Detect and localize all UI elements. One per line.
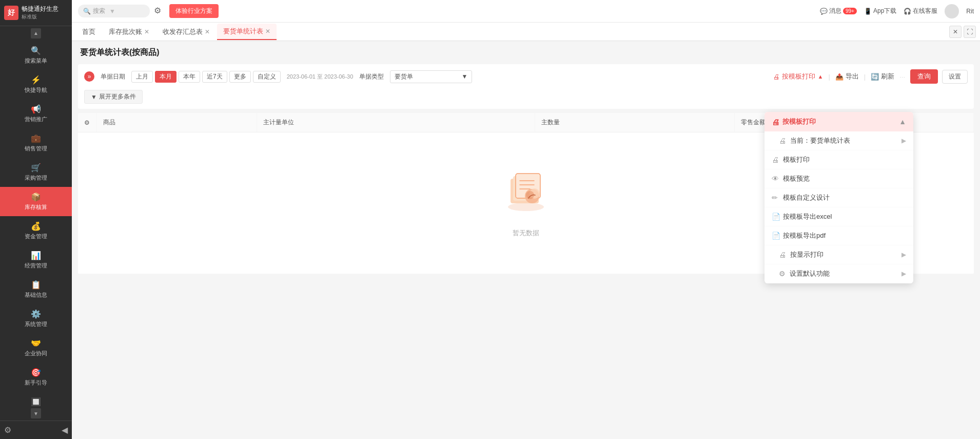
date-btn-last-month[interactable]: 上月 xyxy=(131,71,153,83)
basic-icon: 📋 xyxy=(31,280,41,290)
filter-expand-btn[interactable]: » xyxy=(84,71,94,82)
dropdown-set-default[interactable]: ⚙ 设置默认功能 ▶ xyxy=(765,264,913,283)
download-icon: 📱 xyxy=(864,8,872,15)
message-badge: 99+ xyxy=(843,8,857,14)
app-version: 标准版 xyxy=(22,13,58,21)
col-product: 商品 xyxy=(96,113,257,132)
content-area: 要货单统计表(按商品) » 单据日期 上月 本月 本年 近7天 更多 自定义 2… xyxy=(72,41,980,439)
dropdown-template-design[interactable]: ✏ 模板自定义设计 xyxy=(765,188,913,207)
export-btn[interactable]: 📤 导出 xyxy=(835,72,859,81)
dropdown-display-print[interactable]: 🖨 按显示打印 ▶ xyxy=(765,245,913,264)
print-icon: 🖨 xyxy=(773,73,780,81)
svg-point-0 xyxy=(508,203,544,211)
tab-collection-summary-close[interactable]: ✕ xyxy=(205,28,210,35)
sidebar-item-label: 库存核算 xyxy=(25,203,47,211)
header-actions: 💬 消息 99+ 📱 App下载 🎧 在线客服 Rit xyxy=(820,4,974,18)
export-label: 导出 xyxy=(846,72,859,81)
template-preview-icon: 👁 xyxy=(772,175,779,183)
bill-type-select[interactable]: 要货单 ▼ xyxy=(390,70,472,83)
set-default-icon: ⚙ xyxy=(779,270,786,278)
dropdown-template-print[interactable]: 🖨 模板打印 xyxy=(765,150,913,169)
sidebar-item-marketing[interactable]: 📢 营销推广 xyxy=(0,99,72,128)
filter-card: » 单据日期 上月 本月 本年 近7天 更多 自定义 2023-06-01 至 … xyxy=(78,64,974,109)
tab-order-stats[interactable]: 要货单统计表 ✕ xyxy=(217,24,277,40)
scroll-down-btn[interactable]: ▼ xyxy=(31,408,41,418)
refresh-btn[interactable]: 🔄 刷新 xyxy=(871,72,894,81)
search-placeholder: 搜索 xyxy=(93,7,105,15)
col-settings[interactable]: ⚙ xyxy=(78,113,96,132)
divider1: | xyxy=(828,73,830,81)
empty-icon xyxy=(500,168,552,222)
sidebar-item-sales[interactable]: 💼 销售管理 xyxy=(0,128,72,158)
user-avatar[interactable] xyxy=(945,4,959,18)
sidebar-item-quicknav[interactable]: ⚡ 快捷导航 xyxy=(0,70,72,99)
logo-icon: 好 xyxy=(4,6,18,20)
tab-order-stats-label: 要货单统计表 xyxy=(223,27,263,36)
date-btn-more[interactable]: 更多 xyxy=(229,71,251,83)
date-btn-this-month[interactable]: 本月 xyxy=(155,71,177,83)
date-btn-this-year[interactable]: 本年 xyxy=(179,71,200,83)
template-pdf-icon: 📄 xyxy=(772,232,780,240)
date-btn-7days[interactable]: 近7天 xyxy=(202,71,227,83)
app-download-btn[interactable]: 📱 App下载 xyxy=(864,7,896,15)
search-box[interactable]: 🔍 搜索 ▼ xyxy=(78,5,150,17)
expand-row: ▼ 展开更多条件 xyxy=(84,87,968,104)
set-default-arrow: ▶ xyxy=(901,270,906,277)
tab-home[interactable]: 首页 xyxy=(76,24,102,40)
sidebar-item-purchase[interactable]: 🛒 采购管理 xyxy=(0,158,72,187)
sidebar-item-appstore[interactable]: 🔲 应用中心 xyxy=(0,392,72,406)
tabs-controls: ✕ ⛶ xyxy=(949,26,976,38)
sidebar-item-finance[interactable]: 💰 资金管理 xyxy=(0,216,72,245)
template-excel-icon: 📄 xyxy=(772,213,780,221)
messages-label: 消息 xyxy=(829,7,841,15)
dropdown-current-item[interactable]: 🖨 当前：要货单统计表 ▶ xyxy=(765,131,913,150)
dropdown-template-pdf[interactable]: 📄 按模板导出pdf xyxy=(765,226,913,245)
tab-close-all-btn[interactable]: ✕ xyxy=(949,26,962,38)
current-icon: 🖨 xyxy=(779,137,786,145)
expand-more-btn[interactable]: ▼ 展开更多条件 xyxy=(84,90,143,104)
sidebar-item-label: 新手引导 xyxy=(25,379,47,387)
dropdown-close-btn[interactable]: ▲ xyxy=(899,118,906,126)
gear-icon[interactable]: ⚙ xyxy=(154,6,165,17)
display-print-arrow: ▶ xyxy=(901,251,906,258)
sidebar-item-basic[interactable]: 📋 基础信息 xyxy=(0,275,72,304)
query-btn[interactable]: 查询 xyxy=(910,69,938,84)
print-template-btn[interactable]: 🖨 按模板打印 ▲ xyxy=(773,72,823,81)
sidebar-item-system[interactable]: ⚙️ 系统管理 xyxy=(0,304,72,333)
dropdown-template-excel[interactable]: 📄 按模板导出excel xyxy=(765,207,913,226)
sidebar-item-search[interactable]: 🔍 搜索菜单 xyxy=(0,41,72,70)
date-btn-custom[interactable]: 自定义 xyxy=(253,71,281,83)
empty-text: 暂无数据 xyxy=(513,228,539,238)
sidebar-item-label: 销售管理 xyxy=(25,145,47,152)
messages-btn[interactable]: 💬 消息 99+ xyxy=(820,7,857,15)
sidebar-item-inventory[interactable]: 📦 库存核算 xyxy=(0,187,72,216)
display-print-label: 按显示打印 xyxy=(790,250,824,259)
settings-btn[interactable]: 设置 xyxy=(942,70,968,84)
tab-collection-summary[interactable]: 收发存汇总表 ✕ xyxy=(156,24,216,40)
finance-icon: 💰 xyxy=(31,221,41,231)
sidebar-item-operation[interactable]: 📊 经营管理 xyxy=(0,245,72,275)
tab-inventory-batch-close[interactable]: ✕ xyxy=(144,28,149,35)
bill-type-value: 要货单 xyxy=(395,72,413,81)
trial-btn[interactable]: 体验行业方案 xyxy=(169,4,219,18)
search-icon: 🔍 xyxy=(83,8,91,15)
date-range: 2023-06-01 至 2023-06-30 xyxy=(287,73,354,81)
collapse-icon[interactable]: ◀ xyxy=(62,425,68,435)
tab-order-stats-close[interactable]: ✕ xyxy=(265,28,270,35)
appstore-icon: 🔲 xyxy=(31,397,41,406)
settings-icon[interactable]: ⚙ xyxy=(4,425,11,435)
message-icon: 💬 xyxy=(820,8,828,15)
set-default-label: 设置默认功能 xyxy=(790,269,830,278)
dropdown-template-preview[interactable]: 👁 模板预览 xyxy=(765,169,913,188)
sidebar-item-collab[interactable]: 🤝 企业协同 xyxy=(0,333,72,362)
online-service-btn[interactable]: 🎧 在线客服 xyxy=(904,7,937,15)
collab-icon: 🤝 xyxy=(31,338,41,348)
template-design-icon: ✏ xyxy=(772,194,778,202)
sidebar-item-newbie[interactable]: 🎯 新手引导 xyxy=(0,362,72,392)
refresh-label: 刷新 xyxy=(881,72,894,81)
tab-fullscreen-btn[interactable]: ⛶ xyxy=(964,26,976,38)
scroll-up-btn[interactable]: ▲ xyxy=(31,28,41,39)
expand-label: 展开更多条件 xyxy=(99,92,136,101)
logo-text-block: 畅捷通好生意 标准版 xyxy=(22,5,58,21)
tab-inventory-batch[interactable]: 库存批次账 ✕ xyxy=(103,24,155,40)
